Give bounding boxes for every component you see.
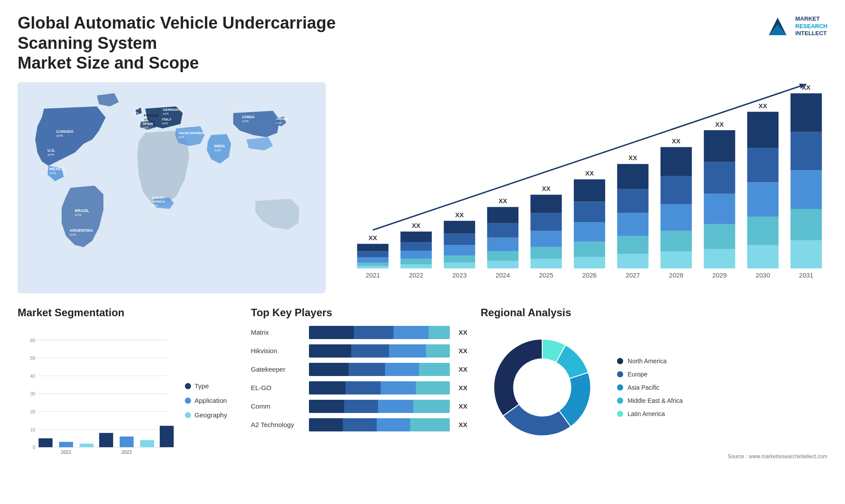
player-name: A2 Technology [251, 421, 304, 428]
top-section: CANADA xx% U.S. xx% MEXICO xx% BRAZIL xx… [18, 82, 827, 293]
svg-text:XX: XX [715, 121, 724, 128]
player-bar-segment [309, 344, 351, 358]
svg-rect-101 [747, 112, 779, 148]
svg-text:xx%: xx% [162, 122, 168, 125]
svg-rect-52 [444, 221, 475, 234]
bottom-section: Market Segmentation 01020304050602021202… [18, 307, 827, 491]
svg-rect-42 [400, 259, 432, 264]
svg-rect-92 [704, 194, 735, 224]
regional-content: North AmericaEuropeAsia PacificMiddle Ea… [481, 326, 827, 449]
player-bar-segment [309, 363, 349, 376]
svg-rect-44 [400, 242, 432, 251]
svg-rect-133 [140, 440, 154, 447]
regional-label: North America [628, 358, 667, 365]
svg-rect-85 [661, 204, 692, 231]
svg-rect-127 [39, 438, 53, 447]
regional-dot [617, 398, 623, 404]
bar-chart-area: XX2021XX2022XX2023XX2024XX2025XX2026XX20… [343, 82, 827, 293]
svg-rect-83 [661, 251, 692, 268]
svg-rect-105 [790, 209, 822, 241]
svg-text:ARGENTINA: ARGENTINA [70, 228, 93, 233]
players-list: MatrixXXHikvisionXXGatekeeperXXEL-GOXXCo… [251, 326, 467, 431]
svg-rect-79 [617, 189, 648, 213]
svg-text:XX: XX [455, 211, 464, 218]
player-bar [309, 400, 450, 413]
regional-dot [617, 384, 623, 391]
logo: MARKET RESEARCH INTELLECT [764, 13, 827, 40]
player-bar-segment [416, 381, 450, 394]
svg-text:CANADA: CANADA [56, 129, 73, 134]
svg-text:0: 0 [33, 445, 35, 450]
svg-text:SOUTH: SOUTH [152, 196, 164, 200]
regional-label: Asia Pacific [628, 384, 659, 391]
regional-label: Europe [628, 371, 647, 378]
svg-rect-65 [530, 213, 562, 230]
segmentation-title: Market Segmentation [18, 307, 238, 319]
player-bar [309, 363, 450, 376]
player-name: EL-GO [251, 384, 304, 391]
svg-text:2027: 2027 [626, 272, 640, 279]
svg-text:CHINA: CHINA [242, 115, 255, 119]
player-bar-segment [429, 326, 450, 339]
map-area: CANADA xx% U.S. xx% MEXICO xx% BRAZIL xx… [18, 82, 326, 293]
svg-text:FRANCE: FRANCE [144, 113, 159, 117]
legend-dot [185, 412, 191, 418]
svg-text:2024: 2024 [496, 272, 510, 279]
logo-text: MARKET RESEARCH INTELLECT [795, 15, 827, 38]
svg-text:2029: 2029 [713, 272, 727, 279]
svg-text:XX: XX [672, 138, 681, 145]
svg-text:ITALY: ITALY [162, 117, 172, 121]
svg-rect-90 [704, 249, 735, 268]
player-row: CommXX [251, 400, 467, 413]
svg-rect-100 [747, 148, 779, 182]
svg-text:xx%: xx% [48, 153, 54, 157]
svg-rect-73 [574, 179, 605, 202]
svg-rect-97 [747, 245, 779, 268]
svg-rect-59 [487, 207, 518, 223]
svg-text:xx%: xx% [70, 233, 76, 237]
seg-legend-item: Geography [185, 411, 238, 419]
regional-legend-item: Latin America [617, 410, 683, 417]
player-name: Comm [251, 402, 304, 410]
segmentation-legend: TypeApplicationGeography [185, 326, 238, 475]
player-bar-segment [309, 381, 345, 394]
player-bar-segment [309, 400, 344, 413]
svg-rect-49 [444, 256, 475, 263]
svg-text:xx%: xx% [178, 135, 184, 139]
svg-rect-99 [747, 182, 779, 216]
player-row: GatekeeperXX [251, 363, 467, 376]
page-header: Global Automatic Vehicle Undercarriage S… [18, 13, 827, 73]
svg-rect-69 [574, 257, 605, 268]
svg-text:XX: XX [368, 234, 377, 241]
player-bar-segment [385, 363, 419, 376]
svg-rect-63 [530, 247, 562, 259]
svg-rect-78 [617, 213, 648, 236]
logo-icon [764, 13, 791, 40]
player-bar-segment [389, 344, 426, 358]
svg-text:2031: 2031 [799, 272, 814, 279]
svg-text:xx%: xx% [49, 171, 56, 175]
svg-rect-104 [790, 240, 822, 268]
player-row: HikvisionXX [251, 344, 467, 358]
player-value: XX [459, 384, 467, 391]
svg-rect-34 [357, 266, 388, 269]
svg-text:JAPAN: JAPAN [276, 117, 288, 121]
regional-legend-item: Asia Pacific [617, 384, 683, 391]
donut-chart [481, 326, 604, 449]
player-bar-segment [393, 326, 429, 339]
player-bar-segment [354, 326, 393, 339]
svg-text:SAUDI ARABIA: SAUDI ARABIA [178, 131, 204, 135]
svg-text:INDIA: INDIA [214, 144, 225, 148]
svg-rect-64 [530, 231, 562, 247]
svg-text:2030: 2030 [756, 272, 770, 279]
player-bar-segment [377, 418, 411, 431]
svg-rect-36 [357, 257, 388, 263]
svg-text:xx%: xx% [276, 121, 282, 124]
player-bar-segment [381, 381, 416, 394]
player-value: XX [459, 329, 467, 336]
player-name: Matrix [251, 329, 304, 336]
svg-text:60: 60 [30, 337, 35, 343]
svg-rect-128 [59, 442, 73, 447]
svg-marker-1 [769, 24, 786, 35]
svg-rect-93 [704, 162, 735, 194]
